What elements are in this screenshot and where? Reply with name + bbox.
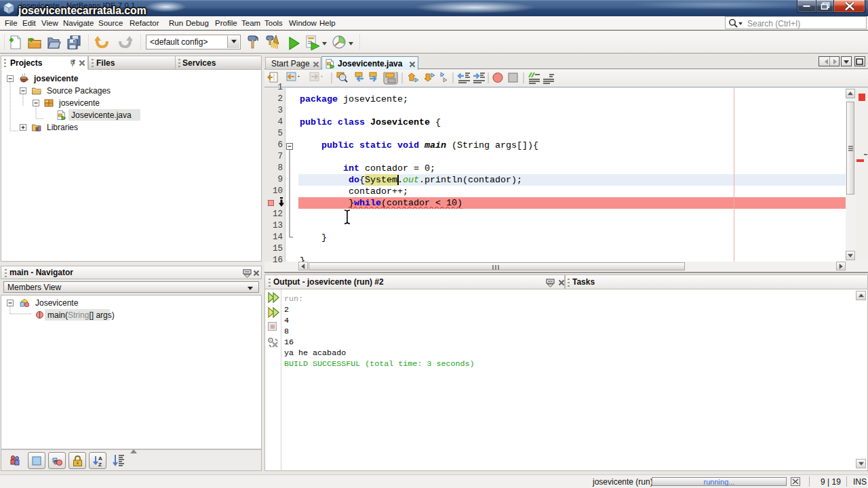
svg-text:A: A [98, 455, 102, 462]
svg-text:Z: Z [98, 462, 102, 468]
